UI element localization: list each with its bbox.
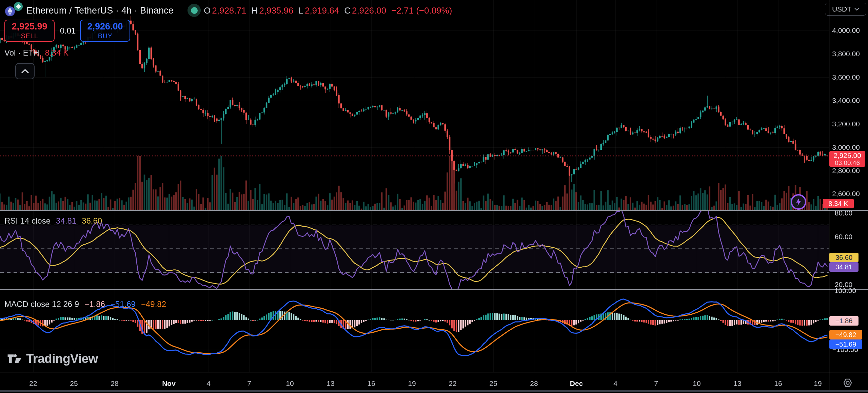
macd-line-badge: −51.69 (829, 339, 862, 349)
tradingview-logo-icon (7, 351, 22, 367)
price-axis-label: 4,000.00 (832, 26, 860, 35)
sell-button[interactable]: 2,925.99 SELL (4, 20, 55, 42)
open-value: 2,928.71 (212, 5, 246, 16)
buy-button[interactable]: 2,926.00 BUY (80, 20, 130, 42)
macd-line-value: −51.69 (111, 299, 136, 309)
change-value: −2.71 (−0.09%) (391, 5, 452, 16)
symbol-logos (5, 3, 24, 18)
ohlc-values: O2,928.71 H2,935.96 L2,919.64 C2,926.00 … (204, 3, 452, 18)
rsi-value: 34.81 (56, 216, 76, 226)
gear-icon (842, 377, 853, 389)
macd-axis-label: 100.00 (834, 287, 856, 295)
time-axis-label: 13 (733, 379, 741, 388)
last-price-badge: 2,926.00 03:00:46 (829, 151, 865, 167)
close-value: 2,926.00 (352, 5, 386, 16)
chevron-up-icon (21, 69, 29, 74)
time-axis-label: 19 (814, 379, 822, 388)
currency-selector[interactable]: USDT (825, 3, 866, 16)
price-axis-label: 3,600.00 (832, 73, 860, 81)
exchange-icon (14, 2, 23, 11)
macd-hist-value: −1.86 (84, 299, 105, 309)
time-axis-label: 25 (489, 379, 497, 388)
ethereum-icon (5, 6, 15, 16)
time-axis-label: 4 (206, 379, 211, 388)
time-axis-label: 7 (654, 379, 658, 388)
time-axis-label: 13 (327, 379, 334, 388)
buy-price: 2,926.00 (87, 21, 123, 32)
lightning-bolt-icon (795, 198, 802, 206)
symbol-title[interactable]: Ethereum / TetherUS · 4h · Binance (26, 5, 174, 16)
rsi-axis-label: 80.00 (835, 209, 853, 217)
chevron-down-icon (854, 8, 859, 11)
time-axis-label: 28 (530, 379, 538, 388)
time-axis-label: 16 (774, 379, 782, 388)
rsi-ma-badge: 36.60 (829, 253, 859, 262)
time-axis-label: Dec (570, 379, 583, 388)
volume-axis-badge: 8.34 K (823, 199, 854, 208)
macd-hist-badge: −1.86 (829, 316, 859, 326)
macd-legend[interactable]: MACD close 12 26 9 −1.86 −51.69 −49.82 (4, 299, 166, 309)
spread-value: 0.01 (58, 20, 78, 42)
time-axis-label: 4 (613, 379, 617, 388)
chart-canvas[interactable] (0, 0, 868, 393)
symbol-header: Ethereum / TetherUS · 4h · Binance (5, 3, 174, 18)
price-axis-label: 3,000.00 (832, 143, 860, 151)
time-axis-label: 10 (693, 379, 701, 388)
low-value: 2,919.64 (305, 5, 339, 16)
time-axis-label: 7 (247, 379, 251, 388)
time-axis-label: 22 (449, 379, 456, 388)
time-axis-label: 22 (29, 379, 37, 388)
time-axis-label: Nov (162, 379, 176, 388)
high-value: 2,935.96 (259, 5, 293, 16)
rsi-ma-value: 36.60 (82, 216, 102, 226)
bar-countdown: 03:00:46 (829, 160, 865, 166)
rsi-value-badge: 34.81 (829, 262, 859, 272)
price-axis-label: 3,400.00 (832, 97, 860, 105)
volume-legend: Vol · ETH 8.34 K (4, 48, 68, 58)
price-axis-label: 3,200.00 (832, 120, 860, 128)
rsi-legend[interactable]: RSI 14 close 34.81 36.60 (4, 216, 102, 226)
time-axis-label: 10 (286, 379, 294, 388)
volume-value: 8.34 K (45, 48, 68, 58)
market-status-dot[interactable] (188, 4, 201, 17)
sell-price: 2,925.99 (12, 21, 47, 32)
tradingview-watermark: TradingView (7, 351, 98, 367)
price-axis-label: 2,800.00 (832, 167, 860, 175)
price-axis-label: 3,800.00 (832, 50, 860, 58)
time-axis-label: 19 (408, 379, 416, 388)
macd-signal-badge: −49.82 (829, 330, 862, 339)
quick-trade-button[interactable] (791, 194, 806, 210)
time-axis-label: 25 (70, 379, 78, 388)
time-axis-settings-button[interactable] (840, 375, 855, 390)
price-axis-label: 2,600.00 (832, 190, 860, 198)
time-axis-label: 16 (367, 379, 375, 388)
rsi-axis-label: 60.00 (835, 233, 853, 241)
time-axis-label: 28 (111, 379, 118, 388)
collapse-toolbar-button[interactable] (15, 63, 35, 79)
macd-signal-value: −49.82 (141, 299, 166, 309)
